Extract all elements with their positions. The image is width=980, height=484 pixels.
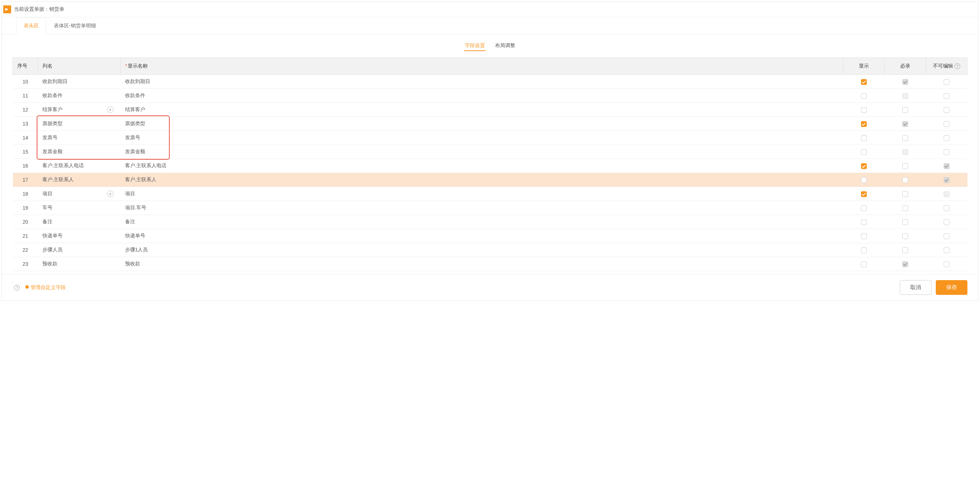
cell-display-name[interactable]: 收款条件: [121, 89, 843, 103]
cell-show: [843, 159, 885, 173]
cell-display-name[interactable]: 快递单号: [121, 229, 843, 243]
cell-display-name[interactable]: 步骤1人员: [121, 243, 843, 257]
checkbox-readonly[interactable]: [944, 135, 950, 141]
checkbox-required[interactable]: [902, 107, 908, 113]
checkbox-required[interactable]: [902, 247, 908, 253]
checkbox-required[interactable]: [902, 135, 908, 141]
save-button[interactable]: 保存: [936, 280, 967, 295]
checkbox-show[interactable]: [861, 247, 867, 253]
cell-show: [843, 89, 885, 103]
table-row[interactable]: 17客户.主联系人客户.主联系人: [13, 173, 967, 187]
cell-required: [885, 145, 926, 159]
table-row[interactable]: 11收款条件收款条件: [13, 89, 967, 103]
cell-display-name[interactable]: 预收款: [121, 257, 843, 271]
table-row[interactable]: 18项目+项目: [13, 187, 967, 201]
checkbox-readonly[interactable]: [944, 93, 950, 99]
cell-show: [843, 201, 885, 215]
checkbox-show[interactable]: [861, 149, 867, 155]
cell-display-name[interactable]: 客户.主联系人电话: [121, 159, 843, 173]
page-container: 当前设置单据：销货单 表头区表体区-销货单明细 字段设置布局调整 序号 列名 *…: [2, 2, 978, 301]
tab-secondary-1[interactable]: 布局调整: [494, 41, 516, 51]
plus-icon[interactable]: +: [107, 107, 114, 113]
cell-display-name[interactable]: 项目: [121, 187, 843, 201]
checkbox-readonly[interactable]: [944, 233, 950, 239]
cell-display-name[interactable]: 结算客户: [121, 103, 843, 117]
manage-custom-fields-link[interactable]: 管理自定义字段: [24, 285, 66, 291]
cell-display-name[interactable]: 项目.车号: [121, 201, 843, 215]
checkbox-show[interactable]: [861, 79, 867, 85]
checkbox-required: [902, 149, 908, 155]
checkbox-required[interactable]: [902, 205, 908, 211]
cell-seq: 13: [13, 117, 38, 131]
cell-display-name[interactable]: 备注: [121, 215, 843, 229]
checkbox-readonly[interactable]: [944, 247, 950, 253]
checkbox-show[interactable]: [861, 233, 867, 239]
checkbox-show[interactable]: [861, 261, 867, 267]
cell-readonly: [926, 145, 967, 159]
checkbox-show[interactable]: [861, 121, 867, 127]
checkbox-required[interactable]: [902, 163, 908, 169]
checkbox-show[interactable]: [861, 191, 867, 197]
checkbox-show[interactable]: [861, 163, 867, 169]
help-icon[interactable]: ?: [955, 63, 960, 69]
cell-display-name[interactable]: 发票金额: [121, 145, 843, 159]
footer-help-icon[interactable]: ?: [14, 285, 20, 291]
tab-primary-0[interactable]: 表头区: [16, 17, 46, 35]
checkbox-readonly[interactable]: [944, 79, 950, 85]
checkbox-readonly[interactable]: [944, 205, 950, 211]
cell-show: [843, 145, 885, 159]
checkbox-show[interactable]: [861, 135, 867, 141]
cell-display-name[interactable]: 票据类型: [121, 117, 843, 131]
cell-required: [885, 229, 926, 243]
table-row[interactable]: 21快递单号快递单号: [13, 229, 967, 243]
tab-secondary-0[interactable]: 字段设置: [464, 41, 486, 51]
table-row[interactable]: 20备注备注: [13, 215, 967, 229]
current-bill-label: 当前设置单据：销货单: [14, 6, 64, 13]
checkbox-show[interactable]: [861, 107, 867, 113]
checkbox-required: [902, 79, 908, 85]
checkbox-readonly[interactable]: [944, 219, 950, 225]
table-row[interactable]: 23预收款预收款: [13, 257, 967, 271]
cell-display-name[interactable]: 发票号: [121, 131, 843, 145]
cell-seq: 23: [13, 257, 38, 271]
tab-primary-1[interactable]: 表体区-销货单明细: [46, 17, 103, 35]
th-display-name: *显示名称: [121, 58, 843, 75]
cell-required: [885, 131, 926, 145]
checkbox-required[interactable]: [902, 191, 908, 197]
table-row[interactable]: 22步骤人员步骤1人员: [13, 243, 967, 257]
checkbox-show[interactable]: [861, 93, 867, 99]
cell-required: [885, 159, 926, 173]
cell-display-name[interactable]: 收款到期日: [121, 75, 843, 89]
checkbox-show[interactable]: [861, 205, 867, 211]
cell-readonly: [926, 131, 967, 145]
cell-readonly: [926, 117, 967, 131]
table-row[interactable]: 19车号项目.车号: [13, 201, 967, 215]
expand-panel-icon[interactable]: [3, 5, 11, 13]
checkbox-required[interactable]: [902, 177, 908, 183]
table-row[interactable]: 16客户.主联系人电话客户.主联系人电话: [13, 159, 967, 173]
table-row[interactable]: 10收款到期日收款到期日: [13, 75, 967, 89]
checkbox-show[interactable]: [861, 219, 867, 225]
footer-bar: ? 管理自定义字段 取消 保存: [2, 274, 978, 301]
header-bar: 当前设置单据：销货单: [2, 2, 978, 17]
checkbox-readonly[interactable]: [944, 107, 950, 113]
table-row[interactable]: 15发票金额发票金额: [13, 145, 967, 159]
cell-display-name[interactable]: 客户.主联系人: [121, 173, 843, 187]
cancel-button[interactable]: 取消: [900, 280, 931, 295]
checkbox-readonly[interactable]: [944, 121, 950, 127]
checkbox-required[interactable]: [902, 233, 908, 239]
plus-icon[interactable]: +: [107, 191, 114, 197]
table-body: 10收款到期日收款到期日11收款条件收款条件12结算客户+结算客户13票据类型票…: [13, 75, 967, 271]
th-required: 必录: [885, 58, 926, 75]
table-row[interactable]: 14发票号发票号: [13, 131, 967, 145]
checkbox-readonly[interactable]: [944, 149, 950, 155]
cell-readonly: [926, 201, 967, 215]
table-row[interactable]: 13票据类型票据类型: [13, 117, 967, 131]
checkbox-readonly[interactable]: [944, 261, 950, 267]
checkbox-required[interactable]: [902, 219, 908, 225]
checkbox-show[interactable]: [861, 177, 867, 183]
table-row[interactable]: 12结算客户+结算客户: [13, 103, 967, 117]
cell-show: [843, 117, 885, 131]
th-readonly: 不可编辑?: [926, 58, 967, 75]
cell-name: 客户.主联系人: [38, 173, 121, 187]
